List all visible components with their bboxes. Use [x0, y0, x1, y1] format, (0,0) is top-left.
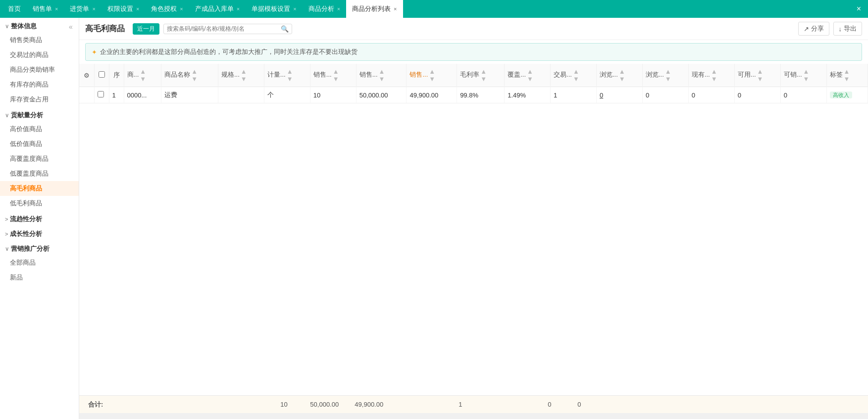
share-label: 分享: [811, 24, 824, 33]
sidebar-item-0-4[interactable]: 库存资金占用: [0, 92, 79, 107]
sidebar-group-arrow-4: ∨: [5, 246, 9, 252]
sidebar-item-1-3[interactable]: 低覆盖度商品: [0, 166, 79, 181]
nav-item-8[interactable]: 商品分析列表×: [346, 0, 403, 18]
close-all-tabs-button[interactable]: ×: [852, 0, 866, 18]
row-sales-amount-0: 50,000.00: [356, 87, 407, 103]
nav-item-0[interactable]: 首页: [2, 0, 27, 18]
row-checkbox-0[interactable]: [94, 87, 109, 103]
sidebar-group-arrow-0: ∨: [5, 23, 9, 30]
main-layout: « ∨整体信息销售类商品交易过的商品商品分类助销率有库存的商品库存资金占用∨贡献…: [0, 18, 868, 419]
tab-close-icon-1[interactable]: ×: [55, 6, 58, 12]
sidebar-group-4[interactable]: ∨营销推广分析: [0, 240, 79, 255]
content-header: 高毛利商品 近一月 🔍 ↗ 分享 ↓ 导出: [79, 18, 868, 40]
code-column-header[interactable]: 商...▲▼: [124, 64, 161, 87]
search-icon[interactable]: 🔍: [281, 25, 289, 33]
footer-sales-qty: 10: [277, 401, 307, 408]
saleable-stock-column-header[interactable]: 可销...▲▼: [780, 64, 826, 87]
tab-close-icon-2[interactable]: ×: [92, 6, 95, 12]
footer-sales-profit: 49,900.00: [352, 401, 396, 408]
search-input[interactable]: [167, 25, 281, 32]
unit-column-header[interactable]: 计量...▲▼: [264, 64, 310, 87]
nav-item-5[interactable]: 产成品入库单×: [189, 0, 246, 18]
tab-close-icon-7[interactable]: ×: [337, 6, 340, 12]
row-browse1-0[interactable]: 0: [597, 87, 643, 103]
sidebar-group-3[interactable]: >成长性分析: [0, 226, 79, 240]
nav-item-4[interactable]: 角色授权×: [145, 0, 189, 18]
footer-available-stock: 0: [574, 401, 604, 408]
content-area: 高毛利商品 近一月 🔍 ↗ 分享 ↓ 导出 ✦ 企业的主要的利润都是这部分商品创…: [79, 18, 868, 419]
sidebar-group-arrow-1: ∨: [5, 112, 9, 119]
row-code-0: 0000...: [124, 87, 161, 103]
tab-close-icon-6[interactable]: ×: [293, 6, 296, 12]
sidebar: « ∨整体信息销售类商品交易过的商品商品分类助销率有库存的商品库存资金占用∨贡献…: [0, 18, 79, 419]
footer-current-stock: 0: [545, 401, 574, 408]
sidebar-item-0-0[interactable]: 销售类商品: [0, 33, 79, 47]
gross-margin-column-header[interactable]: 毛利率▲▼: [457, 64, 505, 87]
horizontal-scrollbar[interactable]: [79, 413, 868, 419]
row-browse2-0: 0: [642, 87, 688, 103]
row-index-0: 1: [109, 87, 124, 103]
sidebar-group-2[interactable]: >流趋性分析: [0, 211, 79, 226]
row-transaction-0: 1: [551, 87, 597, 103]
info-banner: ✦ 企业的主要的利润都是这部分商品创造的，可考虑加大推广，同时关注库存是不要出现…: [85, 43, 862, 61]
name-column-header[interactable]: 商品名称▲▼: [161, 64, 218, 87]
sidebar-item-0-1[interactable]: 交易过的商品: [0, 47, 79, 62]
sidebar-item-1-2[interactable]: 高覆盖度商品: [0, 151, 79, 166]
sidebar-item-1-5[interactable]: 低毛利商品: [0, 196, 79, 211]
sidebar-group-label-4: 营销推广分析: [11, 244, 50, 253]
index-column-header: 序: [109, 64, 124, 87]
share-icon: ↗: [804, 25, 809, 33]
row-checkbox-0-input[interactable]: [98, 91, 104, 97]
footer-sales-amount: 50,000.00: [307, 401, 352, 408]
nav-item-6[interactable]: 单据模板设置×: [246, 0, 302, 18]
nav-item-7[interactable]: 商品分析×: [303, 0, 346, 18]
sales-profit-column-header[interactable]: 销售...▲▼: [407, 64, 457, 87]
export-button[interactable]: ↓ 导出: [833, 22, 863, 36]
current-stock-column-header[interactable]: 现有...▲▼: [688, 64, 734, 87]
tip-icon: ✦: [92, 48, 97, 56]
sidebar-group-arrow-2: >: [5, 216, 8, 222]
row-coverage-0: 1.49%: [505, 87, 551, 103]
sidebar-item-4-0[interactable]: 全部商品: [0, 255, 79, 270]
row-tag-0: 高收入: [826, 87, 868, 103]
tab-close-icon-8[interactable]: ×: [394, 6, 397, 12]
sidebar-item-1-1[interactable]: 低价值商品: [0, 137, 79, 151]
sidebar-item-1-4[interactable]: 高毛利商品: [0, 181, 79, 196]
row-unit-0: 个: [264, 87, 310, 103]
sidebar-group-label-0: 整体信息: [11, 22, 37, 31]
tab-close-icon-5[interactable]: ×: [237, 6, 240, 12]
sidebar-item-1-0[interactable]: 高价值商品: [0, 122, 79, 137]
tab-close-icon-4[interactable]: ×: [180, 6, 183, 12]
browse1-column-header[interactable]: 浏览...▲▼: [597, 64, 643, 87]
row-gross-margin-0: 99.8%: [457, 87, 505, 103]
sidebar-item-4-1[interactable]: 新品: [0, 270, 79, 285]
filter-month-button[interactable]: 近一月: [133, 23, 159, 35]
table-row: 10000...运费个1050,000.0049,900.0099.8%1.49…: [79, 87, 868, 103]
sidebar-item-0-2[interactable]: 商品分类助销率: [0, 62, 79, 77]
tab-close-icon-3[interactable]: ×: [136, 6, 139, 12]
select-all-checkbox[interactable]: [99, 71, 105, 78]
spec-column-header[interactable]: 规格...▲▼: [218, 64, 264, 87]
nav-item-1[interactable]: 销售单×: [27, 0, 64, 18]
row-current-stock-0: 0: [688, 87, 734, 103]
browse2-column-header[interactable]: 浏览...▲▼: [642, 64, 688, 87]
sidebar-group-1[interactable]: ∨贡献量分析: [0, 107, 79, 122]
sales-qty-column-header[interactable]: 销售...▲▼: [310, 64, 356, 87]
nav-item-2[interactable]: 进货单×: [64, 0, 101, 18]
export-icon: ↓: [839, 25, 842, 33]
settings-column-header[interactable]: ⚙: [79, 64, 94, 87]
row-name-0: 运费: [161, 87, 218, 103]
share-button[interactable]: ↗ 分享: [798, 22, 829, 36]
nav-item-3[interactable]: 权限设置×: [102, 0, 145, 18]
top-navigation: 首页销售单×进货单×权限设置×角色授权×产成品入库单×单据模板设置×商品分析×商…: [0, 0, 868, 18]
table-header-row: ⚙ 序 商...▲▼ 商品名称▲▼ 规格...▲▼ 计量...▲▼ 销售...▲…: [79, 64, 868, 87]
available-stock-column-header[interactable]: 可用...▲▼: [734, 64, 780, 87]
sales-amount-column-header[interactable]: 销售...▲▼: [356, 64, 407, 87]
sidebar-item-0-3[interactable]: 有库存的商品: [0, 77, 79, 92]
sidebar-collapse-button[interactable]: «: [66, 22, 76, 32]
row-saleable-stock-0: 0: [780, 87, 826, 103]
transaction-column-header[interactable]: 交易...▲▼: [551, 64, 597, 87]
coverage-column-header[interactable]: 覆盖...▲▼: [505, 64, 551, 87]
sidebar-group-arrow-3: >: [5, 231, 8, 237]
tag-column-header[interactable]: 标签▲▼: [826, 64, 868, 87]
